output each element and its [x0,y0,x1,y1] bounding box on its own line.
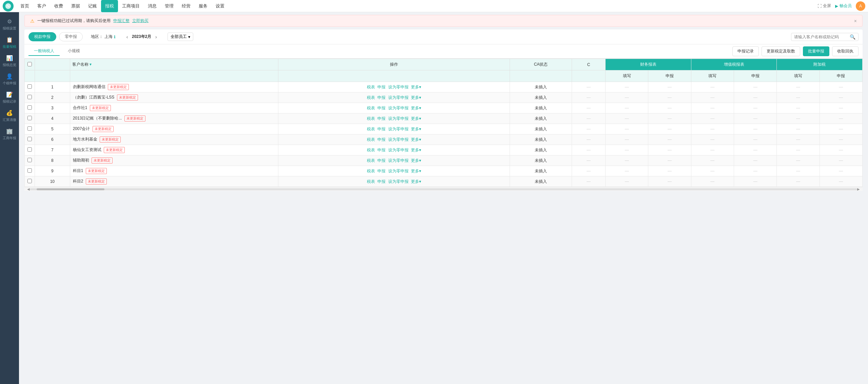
op-more-8[interactable]: 更多▾ [411,169,421,173]
op-tax-table-1[interactable]: 税表 [367,95,375,100]
op-zero-7[interactable]: 设为零申报 [388,158,409,163]
nav-business[interactable]: 工商项目 [118,0,144,12]
nav-account[interactable]: 记账 [84,0,101,12]
op-declare-9[interactable]: 申报 [377,179,386,184]
op-zero-5[interactable]: 设为零申报 [388,137,409,142]
nav-fee[interactable]: 收费 [50,0,67,12]
row-checkbox-input-4[interactable] [27,126,32,131]
op-declare-7[interactable]: 申报 [377,158,386,163]
notice-close-button[interactable]: × [854,18,857,24]
sidebar-item-tax-settings[interactable]: ⚙ 报税设置 [0,15,19,33]
nav-tax[interactable]: 报税 [101,0,118,12]
horizontal-scrollbar[interactable]: ◀ ▶ [24,187,863,191]
op-zero-2[interactable]: 设为零申报 [388,106,409,110]
op-tax-table-6[interactable]: 税表 [367,148,375,152]
op-more-1[interactable]: 更多▾ [411,95,421,100]
row-checkbox-input-2[interactable] [27,105,32,110]
op-more-6[interactable]: 更多▾ [411,148,421,152]
date-prev-button[interactable]: ‹ [124,34,131,40]
gengxin-button[interactable]: 更新税定及取数 [762,46,800,56]
sub-tab-small[interactable]: 小规模 [62,47,85,56]
row-checkbox-8[interactable] [25,166,35,176]
op-declare-6[interactable]: 申报 [377,148,386,152]
member-button[interactable]: ▶ 畅会员 [835,3,852,9]
nav-manage[interactable]: 管理 [161,0,178,12]
tab-tax-declare[interactable]: 税款申报 [28,32,56,41]
op-zero-0[interactable]: 设为零申报 [388,85,409,89]
nav-operation[interactable]: 经营 [178,0,195,12]
op-declare-2[interactable]: 申报 [377,106,386,110]
op-tax-table-8[interactable]: 税表 [367,169,375,173]
scroll-right-arrow[interactable]: ▶ [857,187,860,191]
fullscreen-button[interactable]: ⛶ 全屏 [817,3,831,9]
op-zero-4[interactable]: 设为零申报 [388,127,409,131]
row-checkbox-4[interactable] [25,124,35,134]
sidebar-item-annual-report[interactable]: 🏢 工商年报 [0,125,19,143]
row-checkbox-9[interactable] [25,176,35,187]
op-declare-4[interactable]: 申报 [377,127,386,131]
nav-home[interactable]: 首页 [16,0,33,12]
sidebar-item-personal-tax[interactable]: 👤 个税申报 [0,70,19,88]
notice-link-buy[interactable]: 立即购买 [132,18,149,24]
staff-select[interactable]: 全部员工 ▾ [167,33,193,41]
row-checkbox-6[interactable] [25,145,35,155]
op-declare-1[interactable]: 申报 [377,95,386,100]
nav-service[interactable]: 服务 [195,0,212,12]
row-checkbox-input-3[interactable] [27,116,32,120]
op-more-7[interactable]: 更多▾ [411,158,421,163]
op-declare-8[interactable]: 申报 [377,169,386,173]
row-checkbox-0[interactable] [25,82,35,92]
piliang-shenb-button[interactable]: 批量申报 [803,46,829,56]
select-all-checkbox[interactable] [27,62,32,66]
sidebar-item-tax-overview[interactable]: 📊 报税总览 [0,51,19,70]
scroll-left-arrow[interactable]: ◀ [27,187,30,191]
nav-settings[interactable]: 设置 [212,0,229,12]
row-checkbox-2[interactable] [25,103,35,113]
row-checkbox-3[interactable] [25,113,35,124]
op-declare-5[interactable]: 申报 [377,137,386,142]
op-more-9[interactable]: 更多▾ [411,179,421,184]
op-declare-3[interactable]: 申报 [377,116,386,121]
op-tax-table-4[interactable]: 税表 [367,127,375,131]
row-checkbox-5[interactable] [25,134,35,145]
row-checkbox-input-1[interactable] [27,95,32,99]
row-checkbox-input-0[interactable] [27,84,32,89]
region-info-icon[interactable]: ℹ [114,35,116,39]
tab-zero-declare[interactable]: 零申报 [59,32,83,41]
avatar[interactable]: A [856,1,865,11]
op-more-4[interactable]: 更多▾ [411,127,421,131]
op-more-3[interactable]: 更多▾ [411,116,421,121]
op-tax-table-3[interactable]: 税表 [367,116,375,121]
sort-icon[interactable]: ▾ [90,62,92,67]
row-checkbox-7[interactable] [25,155,35,166]
op-zero-9[interactable]: 设为零申报 [388,179,409,184]
op-declare-0[interactable]: 申报 [377,85,386,89]
shenbaojilu-button[interactable]: 申报记录 [732,46,759,56]
shoulv-button[interactable]: 收取回执 [832,46,859,56]
notice-link-report[interactable]: 申报汇整 [113,18,130,24]
row-checkbox-1[interactable] [25,92,35,103]
nav-customer[interactable]: 客户 [33,0,50,12]
op-tax-table-9[interactable]: 税表 [367,179,375,184]
op-tax-table-0[interactable]: 税表 [367,85,375,89]
op-zero-3[interactable]: 设为零申报 [388,116,409,121]
date-next-button[interactable]: › [153,34,159,40]
op-tax-table-2[interactable]: 税表 [367,106,375,110]
op-zero-6[interactable]: 设为零申报 [388,148,409,152]
op-tax-table-5[interactable]: 税表 [367,137,375,142]
op-more-5[interactable]: 更多▾ [411,137,421,142]
op-zero-1[interactable]: 设为零申报 [388,95,409,100]
row-checkbox-input-8[interactable] [27,168,32,173]
sidebar-item-tax-record[interactable]: 📝 报税记录 [0,88,19,106]
nav-invoice[interactable]: 票据 [67,0,84,12]
row-checkbox-input-7[interactable] [27,158,32,162]
op-tax-table-7[interactable]: 税表 [367,158,375,163]
sub-tab-general[interactable]: 一般纳税人 [28,47,60,56]
search-input[interactable] [794,35,848,39]
op-more-2[interactable]: 更多▾ [411,106,421,110]
op-more-0[interactable]: 更多▾ [411,85,421,89]
row-checkbox-input-6[interactable] [27,147,32,152]
sidebar-item-batch-tax[interactable]: 📋 批量报税 [0,33,19,51]
scrollbar-thumb[interactable] [37,188,104,190]
search-icon[interactable]: 🔍 [850,34,855,40]
